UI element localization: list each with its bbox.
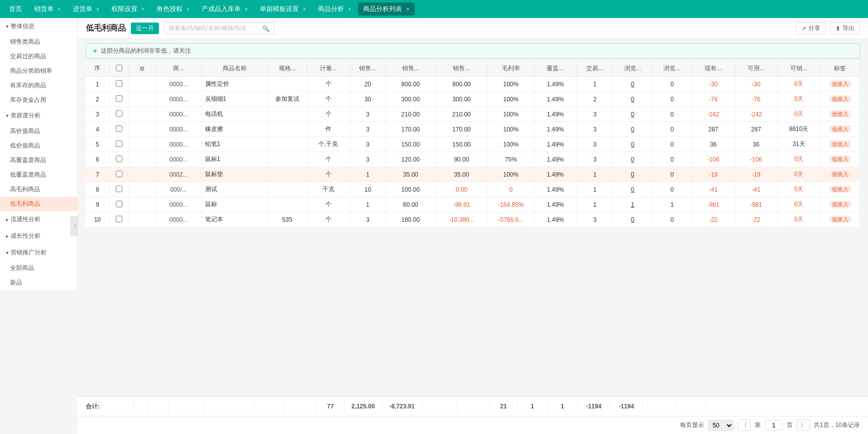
cell-check[interactable] xyxy=(109,77,129,92)
share-button[interactable]: ↗ 分享 xyxy=(796,22,826,35)
row-checkbox[interactable] xyxy=(116,80,122,87)
nav-permissions-close[interactable]: × xyxy=(141,6,144,12)
top-navigation: 首页 销货单 × 进货单 × 权限设置 × 角色授权 × 产成品入库单 × 单据… xyxy=(0,0,868,18)
nav-purchase-close[interactable]: × xyxy=(96,6,99,12)
sidebar-item-low-value[interactable]: 低价值商品 xyxy=(0,138,77,153)
page-size-select[interactable]: 50 100 200 xyxy=(708,420,734,431)
cell-browse1[interactable]: 0 xyxy=(613,122,652,137)
cell-check[interactable] xyxy=(109,137,129,152)
cell-browse1[interactable]: 0 xyxy=(613,137,652,152)
col-header-sale-qty[interactable]: 销售... xyxy=(350,61,386,77)
cell-check[interactable] xyxy=(109,197,129,212)
row-checkbox[interactable] xyxy=(116,156,122,162)
sidebar-section-liquidity[interactable]: ▸ 流通性分析 xyxy=(0,211,77,228)
sidebar-section-cluster[interactable]: ▾ 类群度分析 xyxy=(0,107,77,124)
cell-browse1[interactable]: 0 xyxy=(613,212,652,227)
sidebar-item-sales-products[interactable]: 销售类商品 xyxy=(0,35,77,49)
cell-spec: 参加复试 xyxy=(267,92,307,107)
cell-check[interactable] xyxy=(109,212,129,227)
cell-browse1[interactable]: 0 xyxy=(613,182,652,197)
search-box[interactable]: 搜索条码/编码/名称/规格/别名 🔍 xyxy=(164,22,274,35)
cell-check[interactable] xyxy=(109,107,129,122)
sidebar-item-low-margin[interactable]: 低毛利商品 xyxy=(0,197,77,211)
page-next-button[interactable]: 〉 xyxy=(797,419,810,431)
export-button[interactable]: ⬆ 导出 xyxy=(830,22,860,35)
cell-check[interactable] xyxy=(109,182,129,197)
row-checkbox[interactable] xyxy=(116,140,122,147)
sidebar-collapse-button[interactable]: 《 xyxy=(70,216,78,236)
sidebar-section-overall[interactable]: ▾ 整体信息 xyxy=(0,18,77,35)
export-icon: ⬆ xyxy=(835,25,840,32)
col-header-avail[interactable]: 可用... xyxy=(735,61,777,77)
nav-home[interactable]: 首页 xyxy=(4,3,27,16)
sidebar-item-high-value[interactable]: 高价值商品 xyxy=(0,124,77,138)
nav-product-analysis[interactable]: 商品分析 × xyxy=(313,3,356,16)
cell-sale-price: 180.00 xyxy=(386,212,435,227)
col-header-cover[interactable]: 覆盖... xyxy=(534,61,577,77)
cell-browse1[interactable]: 0 xyxy=(613,92,652,107)
sidebar-item-high-coverage[interactable]: 高覆盖度商品 xyxy=(0,153,77,168)
nav-roles[interactable]: 角色授权 × xyxy=(151,3,195,16)
cell-browse1[interactable]: 1 xyxy=(613,197,652,212)
nav-roles-close[interactable]: × xyxy=(187,6,190,12)
col-header-code[interactable]: 商... xyxy=(155,61,202,77)
sidebar-item-stocked[interactable]: 有库存的商品 xyxy=(0,78,77,93)
col-header-settings[interactable]: ⚙ xyxy=(129,61,156,77)
col-header-saleable[interactable]: 可销... xyxy=(777,61,820,77)
cell-browse1[interactable]: 0 xyxy=(613,107,652,122)
nav-permissions[interactable]: 权限设置 × xyxy=(106,3,149,16)
cell-check[interactable] xyxy=(109,92,129,107)
cell-check[interactable] xyxy=(109,122,129,137)
nav-products-in[interactable]: 产成品入库单 × xyxy=(197,3,253,16)
cell-check[interactable] xyxy=(109,167,129,182)
sidebar-item-all-products[interactable]: 全部商品 xyxy=(0,261,77,275)
period-button[interactable]: 近一月 xyxy=(131,23,159,34)
nav-purchase[interactable]: 进货单 × xyxy=(68,3,104,16)
row-checkbox[interactable] xyxy=(116,201,122,207)
cell-browse1[interactable]: 0 xyxy=(613,77,652,92)
nav-analysis-close[interactable]: × xyxy=(348,6,351,12)
col-header-spec[interactable]: 规格... xyxy=(267,61,307,77)
col-header-trade[interactable]: 交易... xyxy=(577,61,613,77)
table-row: 5 0000... 铅笔1 个,千克 3 150.00 150.00 100% … xyxy=(86,137,860,152)
page-prev-button[interactable]: 〈 xyxy=(738,419,751,431)
nav-template-close[interactable]: × xyxy=(303,6,306,12)
sidebar-item-category-rate[interactable]: 商品分类助销率 xyxy=(0,64,77,78)
sidebar-item-inventory-capital[interactable]: 库存资金占用 xyxy=(0,93,77,107)
col-header-browse1[interactable]: 浏览... xyxy=(613,61,652,77)
sidebar-item-new-products[interactable]: 新品 xyxy=(0,275,77,290)
col-header-name[interactable]: 商品名称 xyxy=(202,61,267,77)
nav-template-settings[interactable]: 单据模板设置 × xyxy=(255,3,311,16)
nav-sales-close[interactable]: × xyxy=(58,6,61,12)
col-header-sale-amt[interactable]: 销售... xyxy=(435,61,488,77)
col-header-sale-price[interactable]: 销售... xyxy=(386,61,435,77)
row-checkbox[interactable] xyxy=(116,186,122,192)
nav-sales[interactable]: 销货单 × xyxy=(29,3,66,16)
col-header-check[interactable] xyxy=(109,61,129,77)
row-checkbox[interactable] xyxy=(116,171,122,177)
sidebar-section-growth[interactable]: ▸ 成长性分析 xyxy=(0,228,77,244)
nav-analysis-list-close[interactable]: × xyxy=(406,6,409,12)
col-header-browse2[interactable]: 浏览... xyxy=(652,61,692,77)
select-all-checkbox[interactable] xyxy=(116,65,122,71)
col-header-gross[interactable]: 毛利率 xyxy=(488,61,534,77)
col-header-stock[interactable]: 现有... xyxy=(692,61,735,77)
row-checkbox[interactable] xyxy=(116,216,122,222)
sidebar-section-marketing[interactable]: ▾ 营销推广分析 xyxy=(0,244,77,261)
cell-name: 属性定价 xyxy=(202,77,267,92)
page-number-input[interactable] xyxy=(765,420,783,430)
sidebar-item-low-coverage[interactable]: 低覆盖度商品 xyxy=(0,168,77,182)
sidebar-item-traded-products[interactable]: 交易过的商品 xyxy=(0,49,77,64)
nav-products-close[interactable]: × xyxy=(245,6,248,12)
cell-browse1[interactable]: 0 xyxy=(613,167,652,182)
sidebar-item-high-margin[interactable]: 高毛利商品 xyxy=(0,182,77,197)
row-checkbox[interactable] xyxy=(116,125,122,132)
cell-check[interactable] xyxy=(109,152,129,167)
row-checkbox[interactable] xyxy=(116,95,122,102)
row-checkbox[interactable] xyxy=(116,110,122,117)
cell-gross: -5766.6... xyxy=(488,212,534,227)
cell-browse1[interactable]: 0 xyxy=(613,152,652,167)
col-header-unit[interactable]: 计量... xyxy=(307,61,350,77)
col-header-tag[interactable]: 标签 xyxy=(820,61,860,77)
nav-analysis-list[interactable]: 商品分析列表 × xyxy=(358,3,414,16)
